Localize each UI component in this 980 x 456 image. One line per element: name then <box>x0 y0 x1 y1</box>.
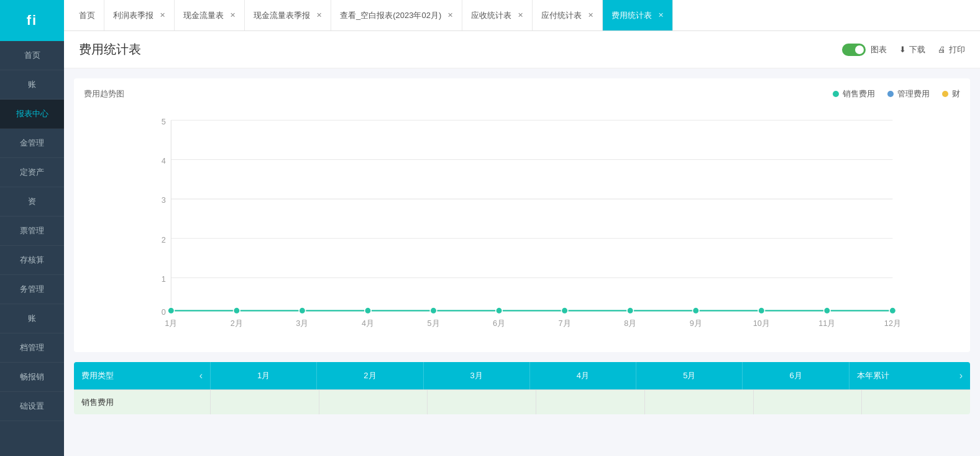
sidebar-item-fixed-assets[interactable]: 定资产 <box>0 158 64 187</box>
svg-text:1月: 1月 <box>165 319 177 328</box>
next-arrow[interactable]: › <box>959 370 963 381</box>
main-content: 首页 利润表季报 ✕ 现金流量表 ✕ 现金流量表季报 ✕ 查看_空白报表(202… <box>64 0 980 456</box>
td-m1 <box>211 390 319 414</box>
th-m4: 4月 <box>530 362 636 389</box>
th-m1: 1月 <box>211 362 317 389</box>
chart-toggle[interactable] <box>842 44 866 56</box>
sidebar-item-account[interactable]: 账 <box>0 70 64 100</box>
legend-mgmt-expense-dot <box>887 91 894 97</box>
tab-payable-stats-close[interactable]: ✕ <box>588 11 593 19</box>
tab-view-blank-close[interactable]: ✕ <box>447 11 453 19</box>
th-m1-label: 1月 <box>257 370 270 381</box>
sidebar: fi 首页 账 报表中心 金管理 定资产 资 票管理 存核算 务管理 账 档管理… <box>0 0 64 456</box>
td-m2 <box>319 390 428 414</box>
th-m2: 2月 <box>317 362 423 389</box>
th-m3-label: 3月 <box>470 370 483 381</box>
tab-profit-quarterly-close[interactable]: ✕ <box>160 11 165 19</box>
svg-text:7月: 7月 <box>559 319 571 328</box>
tab-cashflow-quarterly[interactable]: 现金流量表季报 ✕ <box>245 0 331 31</box>
td-m3 <box>428 390 536 414</box>
th-m4-label: 4月 <box>577 370 589 381</box>
tab-cashflow[interactable]: 现金流量表 ✕ <box>175 0 245 31</box>
svg-point-16 <box>365 307 372 314</box>
chart-title: 费用趋势图 <box>84 88 124 100</box>
svg-point-15 <box>299 307 306 314</box>
tab-payable-stats[interactable]: 应付统计表 ✕ <box>533 0 603 31</box>
svg-text:12月: 12月 <box>884 319 901 328</box>
svg-text:5: 5 <box>162 118 166 126</box>
sidebar-item-receivable[interactable]: 账 <box>0 304 64 333</box>
tab-bar: 首页 利润表季报 ✕ 现金流量表 ✕ 现金流量表季报 ✕ 查看_空白报表(202… <box>64 0 980 31</box>
tab-cashflow-close[interactable]: ✕ <box>230 11 236 19</box>
svg-text:3: 3 <box>162 196 166 205</box>
table-header: 费用类型 ‹ 1月 2月 3月 4月 5月 <box>74 362 970 389</box>
svg-text:6月: 6月 <box>493 319 505 328</box>
tab-receivable-stats[interactable]: 应收统计表 ✕ <box>462 0 533 31</box>
download-label: 下载 <box>909 44 925 55</box>
tab-receivable-stats-close[interactable]: ✕ <box>518 11 523 19</box>
svg-text:8月: 8月 <box>624 319 636 328</box>
print-icon: 🖨 <box>938 45 946 54</box>
download-icon: ⬇ <box>899 45 906 54</box>
svg-point-23 <box>824 307 831 314</box>
sidebar-item-service-mgmt[interactable]: 务管理 <box>0 275 64 304</box>
legend-finance-expense-label: 财 <box>952 88 960 100</box>
line-chart-svg: 5 4 3 2 1 0 <box>84 106 960 342</box>
tab-cashflow-quarterly-close[interactable]: ✕ <box>316 11 322 19</box>
svg-text:10月: 10月 <box>753 319 770 328</box>
tab-expense-stats[interactable]: 费用统计表 ✕ <box>603 0 673 31</box>
svg-point-13 <box>168 307 175 314</box>
prev-arrow[interactable]: ‹ <box>199 370 203 381</box>
th-m5-label: 5月 <box>683 370 695 381</box>
svg-point-24 <box>889 307 896 314</box>
chart-legend: 销售费用 管理费用 财 <box>833 88 960 100</box>
sidebar-item-ticket-mgmt[interactable]: 票管理 <box>0 216 64 246</box>
tab-view-blank-label: 查看_空白报表(2023年02月) <box>340 10 441 21</box>
sidebar-item-capital[interactable]: 资 <box>0 187 64 216</box>
svg-text:1: 1 <box>162 275 166 284</box>
td-m6 <box>754 390 863 414</box>
th-m3: 3月 <box>424 362 530 389</box>
sidebar-logo: fi <box>0 0 64 41</box>
svg-point-20 <box>627 307 634 314</box>
legend-finance-expense-dot <box>942 91 948 97</box>
tab-receivable-stats-label: 应收统计表 <box>471 10 511 21</box>
svg-text:0: 0 <box>162 308 166 317</box>
sidebar-item-home[interactable]: 首页 <box>0 41 64 70</box>
sidebar-item-report-center[interactable]: 报表中心 <box>0 100 64 129</box>
download-button[interactable]: ⬇ 下载 <box>899 44 925 55</box>
sidebar-item-basic-settings[interactable]: 础设置 <box>0 392 64 421</box>
svg-text:5月: 5月 <box>427 319 439 328</box>
svg-point-17 <box>430 307 437 314</box>
tab-cashflow-quarterly-label: 现金流量表季报 <box>254 10 310 21</box>
th-type-label: 费用类型 <box>81 370 114 381</box>
print-button[interactable]: 🖨 打印 <box>938 44 965 55</box>
th-m6-label: 6月 <box>789 370 802 381</box>
legend-mgmt-expense-label: 管理费用 <box>897 88 930 100</box>
sidebar-item-sales-return[interactable]: 畅报销 <box>0 363 64 392</box>
sidebar-item-archive-mgmt[interactable]: 档管理 <box>0 333 64 363</box>
svg-text:4: 4 <box>162 157 166 165</box>
th-m2-label: 2月 <box>364 370 376 381</box>
th-m6: 6月 <box>743 362 849 389</box>
tab-home[interactable]: 首页 <box>70 0 104 31</box>
tab-view-blank[interactable]: 查看_空白报表(2023年02月) ✕ <box>331 0 462 31</box>
page-header: 费用统计表 图表 ⬇ 下载 🖨 打印 <box>64 31 980 68</box>
table-row: 销售费用 <box>74 389 970 414</box>
tab-profit-quarterly[interactable]: 利润表季报 ✕ <box>104 0 175 31</box>
th-ytd-label: 本年累计 <box>857 370 889 381</box>
svg-point-22 <box>758 307 765 314</box>
tab-expense-stats-close[interactable]: ✕ <box>658 11 664 19</box>
td-type: 销售费用 <box>74 390 211 414</box>
sidebar-item-inventory[interactable]: 存核算 <box>0 246 64 275</box>
chart-section: 费用趋势图 销售费用 管理费用 财 <box>74 78 970 352</box>
svg-text:9月: 9月 <box>690 319 702 328</box>
tab-payable-stats-label: 应付统计表 <box>541 10 582 21</box>
legend-sales-expense: 销售费用 <box>833 88 875 100</box>
header-actions: 图表 ⬇ 下载 🖨 打印 <box>842 44 965 56</box>
th-m5: 5月 <box>636 362 743 389</box>
chart-toggle-label: 图表 <box>871 44 887 55</box>
chart-toggle-switch[interactable]: 图表 <box>842 44 887 56</box>
sidebar-item-fund-mgmt[interactable]: 金管理 <box>0 129 64 158</box>
chart-header: 费用趋势图 销售费用 管理费用 财 <box>84 88 960 100</box>
